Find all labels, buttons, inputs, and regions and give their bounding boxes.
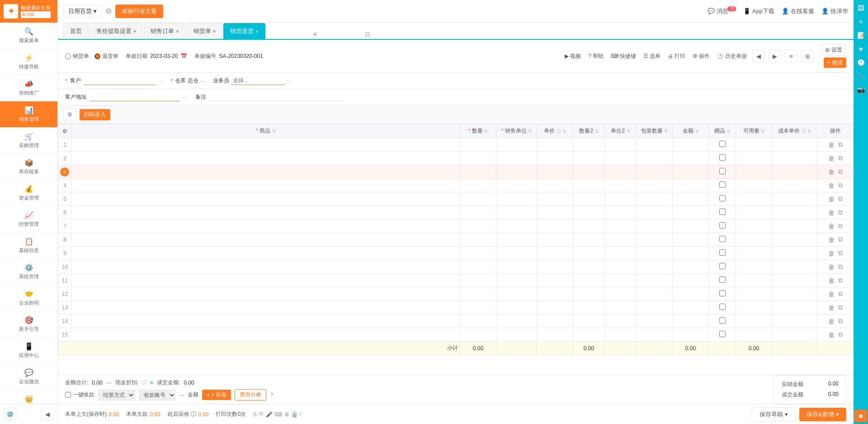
data-cell[interactable] [605, 192, 637, 206]
data-cell[interactable] [605, 328, 637, 342]
data-cell[interactable] [496, 287, 537, 301]
data-cell[interactable] [496, 192, 537, 206]
data-cell[interactable] [772, 233, 817, 247]
gift-checkbox[interactable] [719, 331, 726, 337]
data-cell[interactable] [736, 301, 772, 314]
copy-row-btn[interactable]: ⧉ [837, 153, 844, 163]
copy-row-btn[interactable]: ⧉ [837, 167, 844, 176]
user-avatar[interactable]: 👤 徐泽华 [821, 7, 848, 15]
data-cell[interactable] [496, 219, 537, 233]
data-cell[interactable] [673, 328, 709, 342]
product-cell[interactable] [72, 152, 460, 165]
data-cell[interactable] [573, 192, 605, 206]
data-cell[interactable] [605, 152, 637, 165]
gift-cell[interactable] [709, 179, 736, 192]
copy-row-btn[interactable]: ⧉ [837, 262, 844, 272]
data-cell[interactable] [637, 152, 673, 165]
gift-checkbox[interactable] [719, 290, 726, 296]
save-new-btn[interactable]: 保存&新增 ▾ [799, 408, 846, 421]
info-icon[interactable]: ⓘ [802, 129, 806, 133]
product-cell[interactable] [72, 219, 460, 233]
action-select-btn[interactable]: ☰ 选单 [642, 52, 662, 61]
data-cell[interactable] [460, 192, 496, 206]
data-cell[interactable] [573, 274, 605, 287]
data-cell[interactable] [573, 247, 605, 260]
data-cell[interactable] [537, 260, 573, 274]
action-operate-btn[interactable]: ⚙ 操作 [691, 52, 712, 61]
sort-icon[interactable]: ⇅ [761, 129, 764, 133]
data-cell[interactable] [537, 219, 573, 233]
nav-prev-btn[interactable]: ◀ [752, 50, 765, 62]
sidebar-item-finance[interactable]: 💰 资金管理 [0, 180, 57, 206]
sidebar-item-basic[interactable]: 📋 基础信息 [0, 233, 57, 259]
data-cell[interactable] [605, 219, 637, 233]
gift-checkbox[interactable] [719, 276, 726, 283]
data-cell[interactable] [496, 165, 537, 179]
data-cell[interactable] [772, 328, 817, 342]
data-cell[interactable] [637, 179, 673, 192]
view-list-btn[interactable]: ≡ [785, 50, 797, 62]
data-cell[interactable] [460, 247, 496, 260]
data-cell[interactable] [460, 219, 496, 233]
gift-cell[interactable] [709, 314, 736, 328]
view-grid-btn[interactable]: ⊞ [801, 50, 814, 62]
online-service-btn[interactable]: 👤 在线客服 [782, 7, 814, 15]
data-cell[interactable] [772, 138, 817, 152]
copy-row-btn[interactable]: ⧉ [837, 303, 844, 312]
data-cell[interactable] [736, 179, 772, 192]
scan-input-btn[interactable]: 扫码录入 [80, 109, 110, 120]
action-help-btn[interactable]: ? 帮助 [586, 52, 605, 61]
data-cell[interactable] [460, 301, 496, 314]
data-cell[interactable] [673, 314, 709, 328]
right-panel-img-btn[interactable]: 🖼 [854, 2, 867, 14]
data-cell[interactable] [573, 287, 605, 301]
data-cell[interactable] [460, 314, 496, 328]
tab-close-icon[interactable]: × [176, 29, 179, 34]
data-cell[interactable] [573, 152, 605, 165]
gift-cell[interactable] [709, 138, 736, 152]
data-cell[interactable] [736, 274, 772, 287]
copy-row-btn[interactable]: ⧉ [837, 181, 844, 190]
sidebar-item-guide[interactable]: 🎯 新手引导 [0, 311, 57, 338]
sidebar-item-member[interactable]: 👑 畅会员 [0, 390, 57, 404]
tab-close-icon[interactable]: × [213, 29, 216, 34]
data-cell[interactable] [496, 274, 537, 287]
gift-cell[interactable] [709, 287, 736, 301]
tab-sale-price[interactable]: 售价提取设置 × [90, 23, 143, 39]
notes-input[interactable] [209, 93, 344, 101]
data-cell[interactable] [637, 138, 673, 152]
sidebar-item-wechat[interactable]: 💬 企业微信 [0, 364, 57, 390]
data-cell[interactable] [637, 192, 673, 206]
data-cell[interactable] [605, 206, 637, 219]
data-cell[interactable] [537, 165, 573, 179]
gift-checkbox[interactable] [719, 304, 726, 310]
tab-sale-order[interactable]: 销售订单 × [144, 23, 185, 39]
data-cell[interactable] [537, 287, 573, 301]
gift-cell[interactable] [709, 274, 736, 287]
data-cell[interactable] [496, 179, 537, 192]
right-panel-attachment-btn[interactable]: 📎 [854, 70, 867, 82]
data-cell[interactable] [496, 138, 537, 152]
warehouse-select-btn[interactable]: ··· [200, 77, 206, 85]
data-cell[interactable] [736, 219, 772, 233]
footer-add-btn[interactable]: + + 添加 [202, 390, 231, 400]
copy-row-btn[interactable]: ⧉ [837, 235, 844, 244]
data-cell[interactable] [537, 192, 573, 206]
data-cell[interactable] [605, 247, 637, 260]
data-cell[interactable] [637, 206, 673, 219]
sort-icon[interactable]: ⇅ [484, 129, 488, 133]
address-select-btn[interactable]: ··· [183, 94, 188, 101]
data-cell[interactable] [772, 206, 817, 219]
data-cell[interactable] [537, 179, 573, 192]
data-cell[interactable] [460, 260, 496, 274]
copy-row-btn[interactable]: ⧉ [837, 248, 844, 258]
data-cell[interactable] [736, 287, 772, 301]
info-icon[interactable]: ⓘ [557, 129, 561, 133]
sidebar-item-sales[interactable]: 📊 销售管理 [0, 101, 57, 128]
data-cell[interactable] [605, 287, 637, 301]
sidebar-settings-btn[interactable]: ⚙️ [4, 408, 16, 420]
onepay-checkbox[interactable] [65, 392, 71, 398]
data-cell[interactable] [772, 192, 817, 206]
delete-row-btn[interactable]: 🗑 [827, 276, 835, 285]
data-cell[interactable] [573, 206, 605, 219]
